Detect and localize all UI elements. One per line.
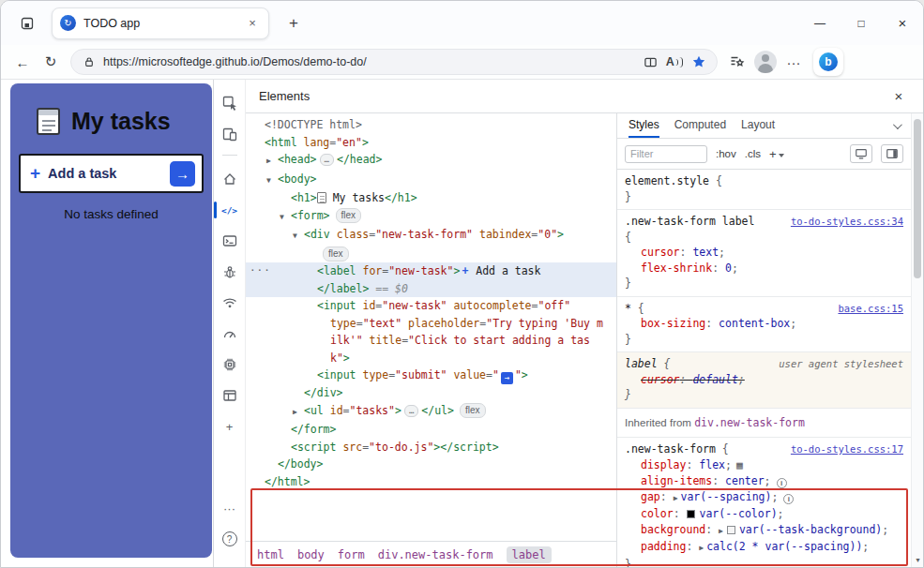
inspect-button[interactable] <box>218 91 242 115</box>
elements-tab-button[interactable]: </> <box>218 198 242 222</box>
dom-node[interactable]: ▶<ul id="tasks">…</ul>flex <box>246 402 616 422</box>
flex-badge[interactable]: flex <box>460 403 486 418</box>
new-tab-button[interactable]: + <box>280 10 307 37</box>
new-style-rule-button[interactable]: + <box>769 147 784 161</box>
favorite-star-button[interactable] <box>687 51 711 73</box>
breadcrumb-item[interactable]: label <box>507 546 552 563</box>
favorites-button[interactable] <box>723 48 751 76</box>
tab-styles[interactable]: Styles <box>629 113 659 138</box>
dom-node[interactable]: <script src="to-do.js"></script> <box>246 439 616 456</box>
more-tools-button[interactable]: + <box>218 414 242 439</box>
stylesheet-link[interactable]: to-do-styles.css:34 <box>783 214 903 230</box>
info-icon[interactable]: i <box>777 478 787 488</box>
color-swatch[interactable] <box>687 510 695 518</box>
info-icon[interactable]: i <box>783 494 794 504</box>
css-selector[interactable]: .new-task-form <box>625 441 716 457</box>
address-bar[interactable]: https://microsoftedge.github.io/Demos/de… <box>70 49 718 75</box>
stylesheet-link[interactable]: base.css:15 <box>830 301 903 317</box>
dom-node[interactable]: <input type="submit" value="→"> <box>246 366 616 384</box>
welcome-button[interactable] <box>218 167 242 191</box>
flex-badge[interactable]: flex <box>336 208 362 223</box>
collapse-arrow-icon[interactable]: ▼ <box>266 172 278 190</box>
css-property[interactable]: align-items: center;i <box>625 473 903 489</box>
dom-node[interactable]: ilk'" title="Click to start adding a tas <box>246 332 616 350</box>
css-property[interactable]: cursor: text; <box>625 245 903 261</box>
color-swatch[interactable] <box>727 526 735 534</box>
read-aloud-button[interactable]: A <box>662 51 687 73</box>
css-property[interactable]: cursor: default; <box>625 372 903 388</box>
collapse-arrow-icon[interactable]: ▼ <box>280 209 291 227</box>
dom-node[interactable]: ···<label for="new-task">+ Add a task <box>246 262 616 280</box>
performance-button[interactable] <box>218 321 242 346</box>
refresh-button[interactable]: ↻ <box>37 48 65 76</box>
node-more-icon[interactable]: ··· <box>250 262 271 280</box>
dom-node[interactable]: </label> == $0 <box>246 280 616 298</box>
expand-arrow-icon[interactable]: ▶ <box>699 544 704 552</box>
dom-node[interactable]: <h1> My tasks</h1> <box>246 189 616 207</box>
css-property[interactable]: flex-shrink: 0; <box>625 261 903 277</box>
scroll-down-icon[interactable]: ▼ <box>915 557 921 563</box>
application-button[interactable] <box>218 383 242 408</box>
network-button[interactable] <box>218 291 242 315</box>
console-button[interactable] <box>218 229 242 253</box>
css-selector[interactable]: label <box>625 356 658 372</box>
dom-node[interactable]: </body> <box>246 456 616 473</box>
dom-node[interactable]: ▼<div class="new-task-form" tabindex="0"… <box>246 226 616 246</box>
dom-node[interactable]: </form> <box>246 421 616 439</box>
flex-badge[interactable]: flex <box>323 247 349 262</box>
css-property[interactable]: color: var(--color); <box>625 506 903 522</box>
split-screen-button[interactable] <box>638 51 662 73</box>
help-button[interactable]: ? <box>218 527 242 551</box>
bing-chat-button[interactable]: b <box>813 48 843 76</box>
collapse-arrow-icon[interactable]: ▼ <box>293 228 304 246</box>
add-task-label[interactable]: Add a task <box>48 166 162 181</box>
css-property[interactable]: background: ▶var(--task-background); <box>625 522 903 540</box>
dom-node[interactable]: <html lang="en"> <box>246 134 616 152</box>
toggle-class-button[interactable]: .cls <box>745 148 761 159</box>
stylesheet-origin[interactable]: user agent stylesheet <box>771 356 903 372</box>
maximize-button[interactable]: □ <box>841 1 882 45</box>
back-button[interactable]: ← <box>8 48 37 76</box>
breadcrumb-item[interactable]: html <box>257 548 284 561</box>
breadcrumb-item[interactable]: form <box>338 548 365 561</box>
expand-arrow-icon[interactable]: ▶ <box>266 153 278 171</box>
window-close-button[interactable]: × <box>882 1 923 45</box>
expand-arrow-icon[interactable]: ▶ <box>293 404 304 422</box>
tab-close-button[interactable]: × <box>244 15 261 32</box>
breadcrumb-item[interactable]: div.new-task-form <box>378 548 493 561</box>
css-property[interactable]: box-sizing: content-box; <box>625 316 903 332</box>
breadcrumb-item[interactable]: body <box>297 548 325 561</box>
styles-filter-input[interactable] <box>625 145 707 163</box>
css-selector[interactable]: * <box>625 301 631 317</box>
styles-scrollbar[interactable]: ▼ <box>911 113 923 567</box>
dom-node[interactable]: type="text" placeholder="Try typing 'Buy… <box>246 315 616 333</box>
settings-more-button[interactable]: ··· <box>780 48 808 76</box>
tab-layout[interactable]: Layout <box>741 113 775 138</box>
toggle-computed-sidebar-button[interactable] <box>881 144 903 163</box>
css-selector[interactable]: element.style <box>625 173 709 189</box>
dom-node[interactable]: ▶<head>…</head> <box>246 151 616 171</box>
expand-arrow-icon[interactable]: ▶ <box>719 527 723 535</box>
dom-node[interactable]: <!DOCTYPE html> <box>246 116 616 134</box>
rendering-emulations-button[interactable] <box>850 144 872 163</box>
add-task-form[interactable]: + Add a task → <box>19 154 204 193</box>
minimize-button[interactable]: — <box>799 1 841 45</box>
stylesheet-link[interactable]: to-do-styles.css:17 <box>783 441 903 457</box>
css-property[interactable]: padding: ▶calc(2 * var(--spacing)); <box>625 539 903 557</box>
scrollbar-thumb[interactable] <box>914 119 921 278</box>
add-task-submit-button[interactable]: → <box>170 161 195 187</box>
flex-editor-icon[interactable]: ▦ <box>736 459 743 471</box>
tab-actions-button[interactable] <box>14 10 40 37</box>
css-selector[interactable]: .new-task-form label <box>625 214 754 230</box>
profile-button[interactable] <box>751 48 780 76</box>
tab-computed[interactable]: Computed <box>674 113 726 138</box>
dom-node[interactable]: </div> <box>246 384 616 402</box>
dom-node[interactable]: flex <box>246 246 616 263</box>
memory-button[interactable] <box>218 352 242 377</box>
collapsed-content-icon[interactable]: … <box>320 154 334 166</box>
dom-node[interactable]: ▼<form>flex <box>246 207 616 227</box>
chevron-down-icon[interactable] <box>893 120 902 129</box>
issues-button[interactable] <box>218 260 242 284</box>
dom-node[interactable]: <input id="new-task" autocomplete="off" <box>246 297 616 315</box>
css-property[interactable]: gap: ▶var(--spacing);i <box>625 489 903 507</box>
